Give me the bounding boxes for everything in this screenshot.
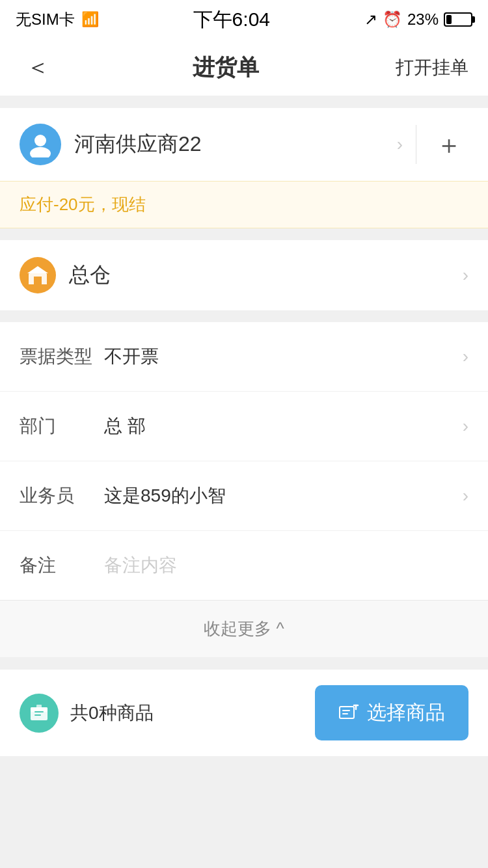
alarm-icon: ⏰: [383, 10, 402, 29]
svg-marker-4: [27, 266, 48, 273]
warehouse-row[interactable]: 总仓 ›: [0, 240, 488, 310]
svg-rect-9: [34, 714, 41, 716]
invoice-chevron-icon: ›: [463, 346, 468, 367]
remark-label: 备注: [20, 553, 98, 578]
bottom-bar: 共0种商品 选择商品: [0, 669, 488, 756]
page-title: 进货单: [193, 53, 259, 83]
select-product-button[interactable]: 选择商品: [315, 685, 468, 740]
section-gap-3: [0, 310, 488, 322]
invoice-type-label: 票据类型: [20, 344, 98, 369]
collapse-label: 收起更多 ^: [204, 619, 284, 638]
invoice-type-row[interactable]: 票据类型 不开票 ›: [0, 322, 488, 391]
select-product-label: 选择商品: [367, 699, 445, 726]
product-count-text: 共0种商品: [70, 701, 154, 726]
product-icon: [20, 694, 59, 733]
warehouse-section: 总仓 ›: [0, 240, 488, 310]
status-bar: 无SIM卡 📶 下午6:04 ↗ ⏰ 23%: [0, 0, 488, 39]
open-pending-button[interactable]: 打开挂单: [396, 55, 468, 80]
battery-text: 23%: [407, 10, 439, 29]
department-value: 总 部: [104, 414, 463, 439]
svg-rect-7: [36, 705, 42, 709]
supplier-row[interactable]: 河南供应商22 › ＋: [0, 108, 488, 181]
salesperson-chevron-icon: ›: [463, 485, 468, 506]
location-icon: ↗: [364, 10, 377, 29]
wifi-icon: 📶: [81, 11, 99, 28]
remark-input[interactable]: 备注内容: [104, 553, 468, 578]
page-bottom: [0, 756, 488, 868]
svg-rect-10: [340, 707, 354, 718]
supplier-chevron-icon: ›: [397, 134, 403, 155]
status-left: 无SIM卡 📶: [16, 9, 99, 30]
svg-point-1: [30, 147, 51, 157]
status-time: 下午6:04: [193, 7, 270, 33]
carrier-text: 无SIM卡: [16, 9, 75, 30]
svg-rect-3: [34, 277, 42, 284]
invoice-type-value: 不开票: [104, 344, 463, 369]
section-gap-1: [0, 96, 488, 108]
warehouse-icon: [20, 257, 56, 293]
supplier-avatar: [20, 124, 61, 165]
section-gap-2: [0, 228, 488, 240]
back-button[interactable]: ＜: [20, 45, 56, 90]
supplier-name: 河南供应商22: [74, 130, 397, 159]
svg-point-0: [34, 135, 46, 146]
warehouse-chevron-icon: ›: [463, 265, 468, 286]
add-supplier-button[interactable]: ＋: [429, 127, 468, 163]
department-row[interactable]: 部门 总 部 ›: [0, 391, 488, 461]
remark-row: 备注 备注内容: [0, 530, 488, 600]
salesperson-row[interactable]: 业务员 这是859的小智 ›: [0, 461, 488, 530]
department-chevron-icon: ›: [463, 416, 468, 437]
salesperson-value: 这是859的小智: [104, 483, 463, 508]
salesperson-label: 业务员: [20, 483, 98, 508]
department-label: 部门: [20, 414, 98, 439]
status-right: ↗ ⏰ 23%: [364, 10, 472, 29]
product-count-section: 共0种商品: [20, 694, 154, 733]
collapse-button[interactable]: 收起更多 ^: [0, 600, 488, 657]
warehouse-name: 总仓: [69, 261, 463, 290]
divider-vertical: [416, 125, 416, 164]
notice-bar: 应付-20元，现结: [0, 181, 488, 228]
supplier-section: 河南供应商22 › ＋ 应付-20元，现结: [0, 108, 488, 228]
form-section: 票据类型 不开票 › 部门 总 部 › 业务员 这是859的小智 › 备注 备注…: [0, 322, 488, 657]
nav-bar: ＜ 进货单 打开挂单: [0, 39, 488, 96]
battery-icon: [444, 12, 472, 27]
svg-rect-8: [34, 711, 44, 712]
notice-text: 应付-20元，现结: [20, 195, 146, 214]
